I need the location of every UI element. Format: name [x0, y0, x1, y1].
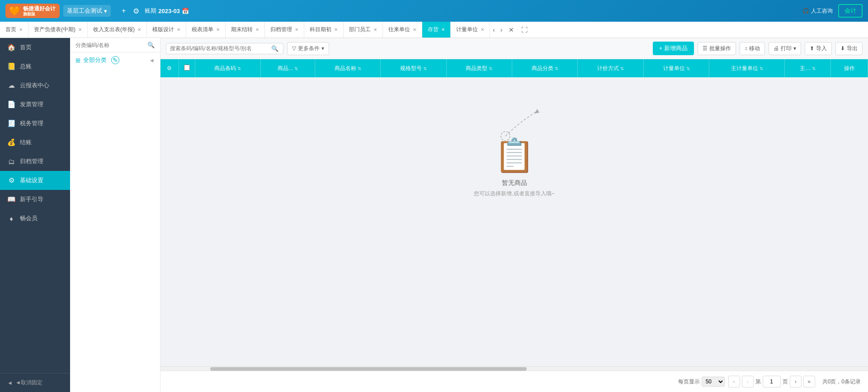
- tab-archive[interactable]: 归档管理 ✕: [265, 22, 304, 38]
- tab-tax-list[interactable]: 税表清单 ✕: [186, 22, 226, 38]
- col-main-unit-sort-icon[interactable]: ⇅: [760, 66, 763, 71]
- account-button[interactable]: 会计: [838, 4, 863, 18]
- sidebar-item-archive[interactable]: 🗂 归档管理: [0, 152, 70, 171]
- col-extra-sort-icon[interactable]: ⇅: [812, 66, 816, 71]
- empty-icon: 📋: [494, 136, 535, 175]
- sidebar-item-member[interactable]: ♦ 畅会员: [0, 209, 70, 228]
- col-unit-sort-icon[interactable]: ⇅: [686, 66, 690, 71]
- product-search-icon[interactable]: 🔍: [271, 45, 278, 52]
- col-unit-label: 计量单位: [663, 65, 685, 72]
- sidebar-item-guide-label: 新手引导: [20, 195, 43, 203]
- page-prev-button[interactable]: ‹: [742, 376, 754, 387]
- tab-subject-init[interactable]: 科目期初 ✕: [304, 22, 344, 38]
- page-first-button[interactable]: «: [728, 376, 740, 387]
- page-number-input[interactable]: [763, 376, 781, 387]
- sidebar-item-settings[interactable]: ⚙ 基础设置: [0, 171, 70, 190]
- tab-unit[interactable]: 计量单位 ✕: [451, 22, 490, 38]
- tab-period-close[interactable]: ✕: [255, 27, 259, 32]
- tab-dept-close[interactable]: ✕: [373, 27, 377, 32]
- col-code-sort-icon[interactable]: ⇅: [294, 66, 298, 71]
- tab-close-all[interactable]: ✕: [505, 22, 518, 38]
- calendar-icon[interactable]: 📅: [182, 8, 189, 14]
- sidebar-item-ledger[interactable]: 📒 总账: [0, 57, 70, 76]
- tab-inventory-close[interactable]: ✕: [441, 27, 445, 32]
- page-next-button[interactable]: ›: [790, 376, 802, 387]
- tab-balance-sheet[interactable]: 资产负债表(中期) ✕: [28, 22, 88, 38]
- col-price-sort-icon[interactable]: ⇅: [620, 66, 624, 71]
- svg-marker-0: [535, 109, 539, 113]
- tab-subject-close[interactable]: ✕: [334, 27, 338, 32]
- tab-archive-close[interactable]: ✕: [295, 27, 298, 32]
- col-category: 商品分类 ⇅: [512, 59, 578, 77]
- tab-inventory[interactable]: 存货 ✕: [422, 22, 451, 38]
- col-type: 商品类型 ⇅: [446, 59, 512, 77]
- sidebar-item-cloud-report[interactable]: ☁ 云报表中心: [0, 76, 70, 95]
- account-label: 会计: [844, 7, 856, 14]
- col-gear[interactable]: ⚙: [160, 59, 179, 77]
- col-main-unit-label: 主计量单位: [731, 65, 758, 72]
- print-button[interactable]: 🖨 打印 ▾: [769, 42, 801, 55]
- tab-tax-close[interactable]: ✕: [216, 27, 220, 32]
- tab-scroll-left[interactable]: ‹: [490, 22, 498, 38]
- tab-template[interactable]: 模版设计 ✕: [147, 22, 186, 38]
- col-category-sort-icon[interactable]: ⇅: [555, 66, 558, 71]
- horizontal-scrollbar-thumb[interactable]: [210, 367, 527, 371]
- col-name-sort-icon[interactable]: ⇅: [358, 66, 361, 71]
- tab-home[interactable]: 首页 ✕: [0, 22, 28, 38]
- app-logo[interactable]: 🧡 畅捷通好会计 旗舰版: [5, 4, 60, 18]
- sidebar-item-guide[interactable]: 📖 新手引导: [0, 190, 70, 209]
- tab-expand[interactable]: ⛶: [518, 22, 531, 38]
- tab-contacts-close[interactable]: ✕: [413, 27, 416, 32]
- search-wrapper: 🔍: [166, 43, 283, 54]
- page-last-button[interactable]: »: [803, 376, 815, 387]
- more-filter-button[interactable]: ▽ 更多条件 ▾: [287, 42, 329, 55]
- tab-balance-close[interactable]: ✕: [78, 27, 82, 32]
- add-product-button[interactable]: + 新增商品: [653, 42, 694, 55]
- col-checkbox[interactable]: [179, 59, 195, 77]
- sidebar-item-settings-label: 基础设置: [20, 176, 43, 184]
- sidebar-item-settlement[interactable]: 💰 结账: [0, 133, 70, 152]
- col-spec: 规格型号 ⇅: [381, 59, 446, 77]
- empty-state: 📋 暂无商品 您可以选择新增,或者直接导入哦~: [160, 77, 868, 225]
- col-name: 商品名称 ⇅: [315, 59, 380, 77]
- batch-op-label: 批量操作: [709, 45, 731, 52]
- col-spec-sort-icon[interactable]: ⇅: [423, 66, 427, 71]
- col-type-sort-icon[interactable]: ⇅: [489, 66, 492, 71]
- horizontal-scrollbar[interactable]: [160, 366, 868, 371]
- category-search-bar: 🔍: [70, 38, 160, 52]
- tab-template-close[interactable]: ✕: [177, 27, 180, 32]
- category-edit-icon[interactable]: ✎: [111, 56, 119, 64]
- move-button[interactable]: ↕ 移动: [740, 42, 765, 55]
- sidebar-item-home[interactable]: 🏠 首页: [0, 38, 70, 57]
- category-search-icon[interactable]: 🔍: [147, 42, 155, 48]
- settings-icon[interactable]: ⚙: [131, 5, 141, 17]
- sidebar-item-invoice[interactable]: 📄 发票管理: [0, 95, 70, 114]
- category-collapse-icon[interactable]: ◄: [149, 57, 155, 64]
- product-search-input[interactable]: [170, 45, 269, 52]
- batch-op-button[interactable]: ☰ 批量操作: [698, 42, 736, 55]
- sidebar-item-tax[interactable]: 🧾 税务管理: [0, 114, 70, 133]
- pin-label: ◄取消固定: [15, 379, 42, 387]
- tab-period-carry-label: 期末结转: [231, 26, 253, 33]
- chevron-down-icon: ▾: [104, 8, 107, 14]
- consult-button[interactable]: 🎧 人工咨询: [802, 7, 833, 15]
- tab-income[interactable]: 收入支出表(年报) ✕: [88, 22, 147, 38]
- tab-dept-staff[interactable]: 部门员工 ✕: [344, 22, 383, 38]
- tab-home-close[interactable]: ✕: [19, 27, 23, 32]
- sidebar-pin-toggle[interactable]: ◄ ◄取消固定: [0, 373, 70, 392]
- right-content: 🔍 ▽ 更多条件 ▾ + 新增商品 ☰ 批量操作: [160, 38, 868, 392]
- export-button[interactable]: ⬇ 导出: [835, 42, 863, 55]
- tab-period-carry[interactable]: 期末结转 ✕: [226, 22, 265, 38]
- category-all[interactable]: ⊞ 全部分类 ✎ ◄: [70, 52, 160, 68]
- import-button[interactable]: ⬆ 导入: [805, 42, 832, 55]
- add-icon[interactable]: +: [120, 5, 127, 17]
- tab-unit-close[interactable]: ✕: [481, 27, 484, 32]
- company-selector[interactable]: 基层工会测试 ▾: [63, 5, 111, 17]
- col-barcode-sort-icon[interactable]: ⇅: [237, 66, 241, 71]
- tab-income-close[interactable]: ✕: [137, 27, 141, 32]
- select-all-checkbox[interactable]: [184, 65, 190, 71]
- tab-scroll-right[interactable]: ›: [498, 22, 505, 38]
- tab-contacts[interactable]: 往来单位 ✕: [383, 22, 422, 38]
- category-search-input[interactable]: [75, 42, 147, 48]
- per-page-select[interactable]: 50 10 20 100: [702, 377, 725, 387]
